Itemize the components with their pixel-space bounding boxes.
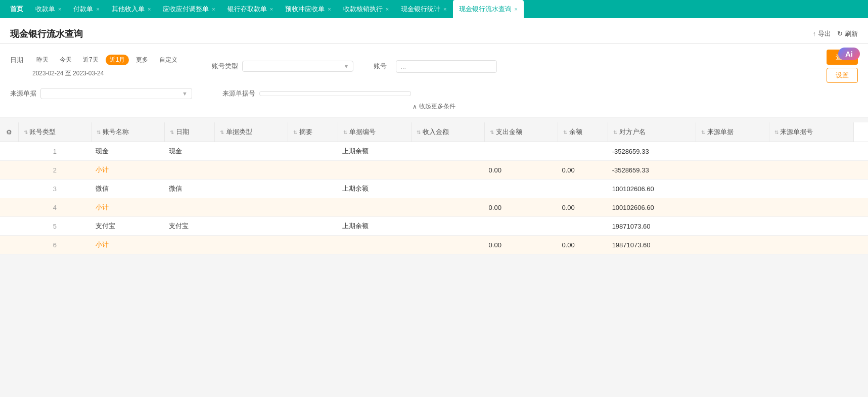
cell-account-type: 现金: [92, 142, 165, 161]
export-button[interactable]: ↑ 导出: [813, 29, 832, 38]
nav-tab-9[interactable]: 现金银行流水查询 ×: [453, 0, 524, 18]
cell-summary: [338, 161, 412, 180]
cell-doc-no: [412, 198, 485, 217]
sort-icon[interactable]: ⇅: [774, 129, 779, 135]
sort-icon[interactable]: ⇅: [343, 129, 347, 135]
cell-gear: [0, 236, 18, 254]
cell-account-name: 现金: [165, 142, 215, 161]
close-icon[interactable]: ×: [386, 6, 389, 12]
cell-doc-no: [412, 236, 485, 254]
refresh-icon: ↻: [837, 30, 843, 37]
cell-doc-type: [288, 180, 338, 198]
sort-icon[interactable]: ⇅: [563, 129, 567, 135]
cell-income: [485, 180, 558, 198]
sort-icon[interactable]: ⇅: [613, 129, 617, 135]
date-opt-more[interactable]: 更多: [132, 55, 152, 65]
table-row: 1现金现金上期余额-3528659.33: [0, 142, 868, 161]
chevron-down-icon: ▼: [343, 63, 349, 69]
nav-home[interactable]: 首页: [4, 0, 29, 18]
col-counterpart: ⇅ 对方户名: [608, 122, 696, 142]
sort-icon[interactable]: ⇅: [24, 129, 28, 135]
cell-source-doc-no: [854, 142, 868, 161]
row-number: 6: [18, 236, 92, 254]
settings-button[interactable]: 设置: [827, 68, 858, 83]
ai-badge[interactable]: Ai: [838, 48, 860, 60]
col-gear[interactable]: ⚙: [0, 122, 18, 142]
account-type-select[interactable]: ▼: [242, 61, 353, 72]
nav-tab-4[interactable]: 应收应付调整单 ×: [157, 0, 221, 18]
cell-expense: 0.00: [558, 161, 608, 180]
cell-income: [485, 142, 558, 161]
filter-row-2: 来源单据 ▼ 来源单据号: [10, 88, 858, 99]
sort-icon[interactable]: ⇅: [97, 129, 101, 135]
cell-source-doc-no: [854, 161, 868, 180]
cell-gear: [0, 161, 18, 180]
collapse-button[interactable]: ∧ 收起更多条件: [10, 102, 858, 111]
cell-gear: [0, 142, 18, 161]
close-icon[interactable]: ×: [328, 6, 331, 12]
sort-icon[interactable]: ⇅: [293, 129, 297, 135]
export-icon: ↑: [813, 30, 816, 37]
cell-date: [215, 236, 288, 254]
row-number: 2: [18, 161, 92, 180]
date-opt-custom[interactable]: 自定义: [155, 55, 181, 65]
sort-icon[interactable]: ⇅: [417, 129, 421, 135]
refresh-button[interactable]: ↻ 刷新: [837, 29, 858, 38]
close-icon[interactable]: ×: [270, 6, 273, 12]
cell-doc-no: [412, 217, 485, 236]
cell-income: 0.00: [485, 198, 558, 217]
data-table: ⚙ ⇅ 账号类型 ⇅ 账号名称 ⇅ 日期 ⇅ 单据类型 ⇅: [0, 122, 868, 254]
close-icon[interactable]: ×: [212, 6, 215, 12]
close-icon[interactable]: ×: [515, 6, 518, 12]
cell-gear: [0, 198, 18, 217]
table-row: 2小计0.000.00-3528659.33: [0, 161, 868, 180]
col-doc-type: ⇅ 单据类型: [215, 122, 288, 142]
close-icon[interactable]: ×: [96, 6, 99, 12]
col-source-doc-no: ⇅ 来源单据号: [769, 122, 854, 142]
nav-tab-5[interactable]: 银行存取款单 ×: [221, 0, 279, 18]
close-icon[interactable]: ×: [443, 6, 446, 12]
cell-expense: [558, 180, 608, 198]
cell-date: [215, 180, 288, 198]
row-number: 3: [18, 180, 92, 198]
table-body: 1现金现金上期余额-3528659.332小计0.000.00-3528659.…: [0, 142, 868, 254]
cell-balance: 19871073.60: [608, 236, 696, 254]
cell-income: 0.00: [485, 236, 558, 254]
cell-source-doc-no: [854, 198, 868, 217]
cell-account-type: 小计: [92, 198, 165, 217]
cell-summary: 上期余额: [338, 142, 412, 161]
source-doc-select[interactable]: ▼: [40, 88, 192, 99]
table-row: 6小计0.000.0019871073.60: [0, 236, 868, 254]
sort-icon[interactable]: ⇅: [701, 129, 705, 135]
date-opt-today[interactable]: 今天: [56, 55, 76, 65]
close-icon[interactable]: ×: [58, 6, 61, 12]
date-opt-yesterday[interactable]: 昨天: [32, 55, 53, 65]
source-doc-no-group: 来源单据号: [222, 89, 411, 98]
source-doc-no-label: 来源单据号: [222, 89, 255, 98]
cell-source-doc: [769, 161, 854, 180]
nav-tab-1[interactable]: 收款单 ×: [29, 0, 67, 18]
source-doc-no-input[interactable]: [259, 91, 411, 96]
nav-tab-8[interactable]: 现金银行统计 ×: [395, 0, 452, 18]
cell-account-type: 微信: [92, 180, 165, 198]
close-icon[interactable]: ×: [148, 6, 151, 12]
nav-tab-7[interactable]: 收款核销执行 ×: [337, 0, 395, 18]
account-input[interactable]: ...: [396, 60, 497, 73]
cell-source-doc: [769, 142, 854, 161]
account-label: 账号: [374, 62, 392, 71]
nav-tab-6[interactable]: 预收冲应收单 ×: [279, 0, 337, 18]
col-income: ⇅ 收入金额: [412, 122, 485, 142]
sort-icon[interactable]: ⇅: [220, 129, 224, 135]
date-opt-7days[interactable]: 近7天: [79, 55, 103, 65]
sort-icon[interactable]: ⇅: [490, 129, 494, 135]
nav-tab-2[interactable]: 付款单 ×: [67, 0, 105, 18]
nav-tab-3[interactable]: 其他收入单 ×: [106, 0, 157, 18]
col-account-name: ⇅ 账号名称: [92, 122, 165, 142]
cell-account-type: 小计: [92, 236, 165, 254]
sort-icon[interactable]: ⇅: [170, 129, 174, 135]
cell-income: [485, 217, 558, 236]
date-opt-1month[interactable]: 近1月: [106, 55, 129, 65]
filter-area: 日期 昨天 今天 近7天 近1月 更多 自定义 2023-02-24 至 202…: [0, 43, 868, 117]
col-summary: ⇅ 摘要: [288, 122, 338, 142]
date-options: 昨天 今天 近7天 近1月 更多 自定义: [32, 55, 181, 65]
